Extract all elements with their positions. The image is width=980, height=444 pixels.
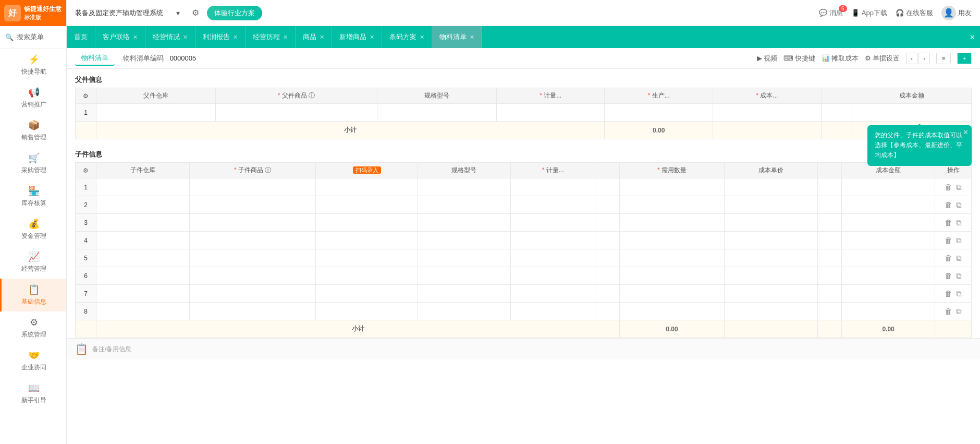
child-spec-cell[interactable] bbox=[418, 285, 511, 303]
sidebar-item-9[interactable]: ⚙ 系统管理 bbox=[0, 311, 66, 344]
child-unit-cost-cell[interactable] bbox=[724, 249, 817, 267]
list-view-button[interactable]: ≡ bbox=[936, 53, 951, 64]
nav-tab-0[interactable]: 首页 bbox=[67, 26, 95, 48]
child-warehouse-cell[interactable] bbox=[96, 214, 190, 232]
nav-tab-close[interactable]: ✕ bbox=[283, 34, 288, 41]
copy-row-button[interactable]: ⧉ bbox=[955, 306, 963, 317]
sidebar-item-1[interactable]: ⚡ 快捷导航 bbox=[0, 49, 66, 81]
shortcut-action[interactable]: ⌨ 快捷键 bbox=[783, 54, 815, 63]
copy-row-button[interactable]: ⧉ bbox=[955, 270, 963, 282]
child-unit-cell[interactable] bbox=[511, 196, 595, 214]
copy-row-button[interactable]: ⧉ bbox=[955, 253, 963, 264]
child-qty-cell[interactable] bbox=[620, 303, 725, 320]
nav-tab-close[interactable]: ✕ bbox=[420, 34, 424, 41]
sidebar-item-7[interactable]: 📈 经营管理 bbox=[0, 246, 66, 279]
parent-cost-type-cell[interactable] bbox=[713, 104, 821, 122]
trial-button[interactable]: 体验行业方案 bbox=[207, 6, 262, 20]
parent-produce-cell[interactable] bbox=[605, 104, 713, 122]
parent-unit-cell[interactable] bbox=[496, 104, 605, 122]
child-warehouse-cell[interactable] bbox=[96, 196, 190, 214]
nav-tab-1[interactable]: 客户联络✕ bbox=[95, 26, 145, 48]
child-warehouse-cell[interactable] bbox=[96, 249, 190, 267]
delete-row-button[interactable]: 🗑 bbox=[944, 199, 953, 210]
child-spec-cell[interactable] bbox=[418, 267, 511, 285]
tooltip-close-button[interactable]: ✕ bbox=[963, 127, 969, 138]
child-unit-cell[interactable] bbox=[511, 303, 595, 320]
copy-row-button[interactable]: ⧉ bbox=[955, 235, 963, 246]
child-qty-cell[interactable] bbox=[620, 285, 725, 303]
delete-row-button[interactable]: 🗑 bbox=[944, 235, 953, 246]
sidebar-item-6[interactable]: 💰 资金管理 bbox=[0, 213, 66, 246]
nav-tab-close[interactable]: ✕ bbox=[183, 34, 188, 41]
delete-row-button[interactable]: 🗑 bbox=[944, 288, 953, 299]
copy-row-button[interactable]: ⧉ bbox=[955, 182, 963, 193]
child-unit-cell[interactable] bbox=[511, 178, 595, 196]
child-unit-cost-cell[interactable] bbox=[724, 303, 817, 320]
bill-settings-action[interactable]: ⚙ 单据设置 bbox=[865, 54, 900, 63]
child-unit-cell[interactable] bbox=[511, 214, 595, 232]
nav-tab-3[interactable]: 利润报告✕ bbox=[195, 26, 246, 48]
child-spec-cell[interactable] bbox=[418, 232, 511, 249]
close-all-tabs-button[interactable]: ✕ bbox=[964, 26, 980, 48]
parent-spec-cell[interactable] bbox=[377, 104, 497, 122]
child-unit-cost-cell[interactable] bbox=[724, 267, 817, 285]
nav-tab-close[interactable]: ✕ bbox=[320, 34, 324, 41]
child-spec-cell[interactable] bbox=[418, 249, 511, 267]
child-warehouse-cell[interactable] bbox=[96, 178, 190, 196]
user-menu-button[interactable]: 👤 用友 bbox=[941, 6, 972, 20]
nav-tab-7[interactable]: 条码方案✕ bbox=[382, 26, 432, 48]
child-product-cell[interactable] bbox=[189, 232, 316, 249]
child-spec-cell[interactable] bbox=[418, 303, 511, 320]
sidebar-item-4[interactable]: 🛒 采购管理 bbox=[0, 147, 66, 180]
delete-row-button[interactable]: 🗑 bbox=[944, 306, 953, 317]
nav-next-button[interactable]: › bbox=[918, 53, 930, 64]
settings-button[interactable]: ⚙ bbox=[188, 6, 203, 20]
child-spec-cell[interactable] bbox=[418, 214, 511, 232]
child-product-cell[interactable] bbox=[189, 214, 316, 232]
child-unit-cost-cell[interactable] bbox=[724, 196, 817, 214]
copy-row-button[interactable]: ⧉ bbox=[955, 199, 963, 211]
child-product-cell[interactable] bbox=[189, 249, 316, 267]
nav-tab-2[interactable]: 经营情况✕ bbox=[145, 26, 195, 48]
message-button[interactable]: 💬 消息 6 bbox=[819, 8, 843, 18]
nav-tab-4[interactable]: 经营历程✕ bbox=[246, 26, 296, 48]
nav-tab-8[interactable]: 物料清单✕ bbox=[432, 26, 482, 48]
nav-tab-close[interactable]: ✕ bbox=[370, 34, 374, 41]
nav-tab-6[interactable]: 新增商品✕ bbox=[332, 26, 382, 48]
child-warehouse-cell[interactable] bbox=[96, 285, 190, 303]
child-qty-cell[interactable] bbox=[620, 214, 725, 232]
child-qty-cell[interactable] bbox=[620, 232, 725, 249]
parent-warehouse-cell[interactable] bbox=[96, 104, 216, 122]
nav-tab-close[interactable]: ✕ bbox=[470, 34, 474, 41]
delete-row-button[interactable]: 🗑 bbox=[944, 182, 953, 193]
child-spec-cell[interactable] bbox=[418, 178, 511, 196]
child-unit-cell[interactable] bbox=[511, 232, 595, 249]
child-product-cell[interactable] bbox=[189, 196, 316, 214]
child-spec-cell[interactable] bbox=[418, 196, 511, 214]
delete-row-button[interactable]: 🗑 bbox=[944, 217, 953, 228]
child-qty-cell[interactable] bbox=[620, 196, 725, 214]
nav-tab-5[interactable]: 商品✕ bbox=[296, 26, 332, 48]
video-action[interactable]: ▶ 视频 bbox=[757, 54, 777, 63]
delete-row-button[interactable]: 🗑 bbox=[944, 253, 953, 263]
delete-row-button[interactable]: 🗑 bbox=[944, 270, 953, 281]
search-menu-button[interactable]: 🔍 搜索菜单 bbox=[4, 30, 62, 44]
child-unit-cost-cell[interactable] bbox=[724, 285, 817, 303]
sub-tab-bill-code[interactable]: 物料清单编码 0000005 bbox=[117, 52, 202, 65]
child-qty-cell[interactable] bbox=[620, 249, 725, 267]
copy-row-button[interactable]: ⧉ bbox=[955, 288, 963, 299]
add-button[interactable]: + bbox=[957, 53, 972, 64]
copy-row-button[interactable]: ⧉ bbox=[955, 217, 963, 229]
child-qty-cell[interactable] bbox=[620, 178, 725, 196]
nav-tab-close[interactable]: ✕ bbox=[233, 34, 238, 41]
child-product-cell[interactable] bbox=[189, 303, 316, 320]
child-unit-cell[interactable] bbox=[511, 249, 595, 267]
sidebar-item-10[interactable]: 🤝 企业协同 bbox=[0, 344, 66, 377]
child-unit-cost-cell[interactable] bbox=[724, 232, 817, 249]
child-product-cell[interactable] bbox=[189, 178, 316, 196]
child-qty-cell[interactable] bbox=[620, 267, 725, 285]
system-dropdown-button[interactable]: ▾ bbox=[172, 7, 184, 19]
sidebar-item-5[interactable]: 🏪 库存核算 bbox=[0, 180, 66, 213]
child-warehouse-cell[interactable] bbox=[96, 303, 190, 320]
sub-tab-bill-list[interactable]: 物料清单 bbox=[75, 51, 115, 66]
